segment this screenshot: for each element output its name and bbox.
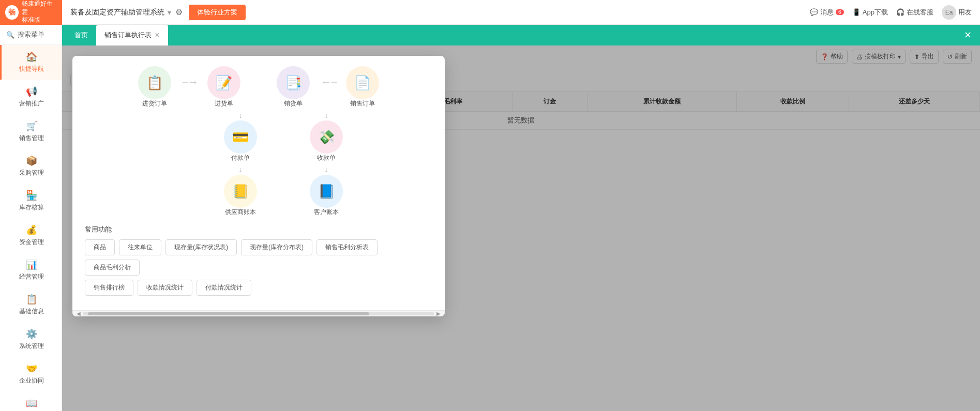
supplier-account-label: 供应商账本 [225, 208, 256, 217]
func-btn-product[interactable]: 商品 [85, 239, 115, 255]
down-sale-bill: ↓ 💸 收款单 [301, 110, 351, 162]
tab-home[interactable]: 首页 [66, 25, 96, 45]
purchase-icon: 📦 [26, 155, 37, 166]
tab-close-icon[interactable]: ✕ [155, 32, 160, 39]
func-btns-row1: 商品 往来单位 现存量(库存状况表) 现存量(库存分布表) 销售毛利分析表 商品… [85, 239, 432, 276]
settings-icon[interactable]: ⚙ [175, 7, 183, 17]
sidebar-item-sales[interactable]: 🛒 销售管理 [0, 114, 62, 149]
headset-icon: 🎧 [896, 8, 904, 16]
marketing-icon: 📢 [26, 86, 37, 97]
message-item[interactable]: 💬 消息 6 [810, 8, 844, 17]
down-purchase-bill: ↓ 💳 付款单 [216, 110, 265, 162]
func-btn-sales-margin[interactable]: 销售毛利分析表 [316, 239, 378, 255]
tab-bar: 首页 销售订单执行表 ✕ ✕ [62, 25, 980, 45]
search-menu[interactable]: 🔍 搜索菜单 [0, 25, 62, 45]
main-content: 首页 销售订单执行表 ✕ ✕ ❓ 帮助 🖨 按模板打印 ▾ ⬆ [62, 25, 980, 411]
customer-account-circle: 📘 [310, 175, 343, 208]
payment-label: 付款单 [231, 154, 250, 162]
sidebar-item-finance[interactable]: 💰 资金管理 [0, 218, 62, 253]
common-functions: 常用功能 商品 往来单位 现存量(库存状况表) 现存量(库存分布表) 销售毛利分… [85, 225, 432, 296]
arrow-sale-order-to-bill: ← - - [310, 75, 346, 99]
sidebar-item-inventory[interactable]: 🏪 库存核算 [0, 184, 62, 218]
sidebar-item-label: 资金管理 [19, 238, 44, 247]
sidebar-item-label: 采购管理 [19, 169, 44, 177]
flow-node-purchase-bill[interactable]: 📝 进货单 [207, 66, 240, 108]
sidebar-item-basic-info[interactable]: 📋 基础信息 [0, 287, 62, 322]
page-area: ❓ 帮助 🖨 按模板打印 ▾ ⬆ 导出 ↺ 刷新 [62, 45, 980, 411]
avatar: Ea [942, 5, 956, 20]
sidebar-item-label: 企业协同 [19, 376, 44, 385]
scrollbar-left-arrow[interactable]: ◀ [74, 311, 83, 317]
sale-bill-circle: 📑 [277, 66, 310, 99]
trial-button[interactable]: 体验行业方案 [189, 5, 246, 20]
common-functions-title: 常用功能 [85, 225, 432, 234]
sidebar-item-purchase[interactable]: 📦 采购管理 [0, 149, 62, 184]
flow-node-sale-bill[interactable]: 📑 销货单 [277, 66, 310, 108]
system-title: 装备及固定资产辅助管理系统 ▾ [70, 8, 171, 17]
sidebar-item-label: 经营管理 [19, 272, 44, 281]
payment-circle: 💳 [224, 120, 257, 154]
purchase-order-label: 进货订单 [142, 99, 167, 108]
top-header: 畅 畅康通好生意 标准版 装备及固定资产辅助管理系统 ▾ ⚙ 体验行业方案 💬 … [0, 0, 980, 25]
down-arrow-purchase: ↓ [239, 110, 243, 120]
sidebar: 🔍 搜索菜单 🏠 快捷导航 📢 营销推广 🛒 销售管理 📦 采购管理 🏪 库存核… [0, 25, 62, 411]
finance-icon: 💰 [26, 224, 37, 236]
sale-order-circle: 📄 [346, 66, 379, 99]
arrow-purchase-to-bill: - - → [171, 75, 207, 99]
down-arrow-sale: ↓ [325, 110, 328, 120]
operations-icon: 📊 [26, 259, 37, 270]
sale-bill-label: 销货单 [284, 99, 303, 108]
sidebar-item-label: 快捷导航 [19, 65, 44, 73]
sidebar-item-label: 基础信息 [19, 307, 44, 316]
sidebar-item-label: 销售管理 [19, 134, 44, 143]
supplier-account-circle: 📒 [224, 175, 257, 208]
sidebar-item-label: 系统管理 [19, 342, 44, 351]
user-area[interactable]: Ea 用友 [942, 5, 972, 20]
flow-node-sale-order[interactable]: 📄 销售订单 [346, 66, 379, 108]
purchase-bill-label: 进货单 [215, 99, 233, 108]
func-btns-row2: 销售排行榜 收款情况统计 付款情况统计 [85, 280, 432, 296]
logo-text: 畅康通好生意 标准版 [22, 0, 57, 24]
receipt-label: 收款单 [317, 154, 336, 162]
down-payment: ↓ 📒 供应商账本 [216, 164, 265, 217]
message-icon: 💬 [810, 8, 818, 16]
logo-icon: 畅 [5, 5, 19, 20]
sidebar-item-quick-nav[interactable]: 🏠 快捷导航 [0, 45, 62, 80]
message-badge: 6 [836, 9, 844, 15]
sidebar-item-operations[interactable]: 📊 经营管理 [0, 253, 62, 287]
func-btn-sales-rank[interactable]: 销售排行榜 [85, 280, 133, 296]
down-arrow-receipt: ↓ [325, 164, 328, 175]
func-btn-partner[interactable]: 往来单位 [119, 239, 161, 255]
tab-sales-order[interactable]: 销售订单执行表 ✕ [96, 25, 168, 45]
purchase-order-circle: 📋 [138, 66, 171, 99]
online-service-item[interactable]: 🎧 在线客服 [896, 8, 933, 17]
sidebar-item-enterprise[interactable]: 🤝 企业协同 [0, 357, 62, 391]
modal-scrollbar: ◀ ▶ [72, 310, 445, 316]
func-btn-payment-stat[interactable]: 付款情况统计 [197, 280, 251, 296]
func-btn-receipt-stat[interactable]: 收款情况统计 [138, 280, 192, 296]
home-icon: 🏠 [26, 51, 37, 63]
purchase-bill-circle: 📝 [207, 66, 240, 99]
modal-box: 📋 进货订单 - - → 📝 进货 [72, 56, 445, 316]
sidebar-item-marketing[interactable]: 📢 营销推广 [0, 80, 62, 114]
enterprise-icon: 🤝 [26, 363, 37, 374]
modal-content: 📋 进货订单 - - → 📝 进货 [72, 56, 445, 310]
sidebar-item-label: 库存核算 [19, 203, 44, 212]
search-icon: 🔍 [6, 31, 14, 39]
func-btn-product-margin[interactable]: 商品毛利分析 [85, 260, 140, 276]
app-download-item[interactable]: 📱 App下载 [852, 8, 888, 17]
flow-node-purchase-order[interactable]: 📋 进货订单 [138, 66, 171, 108]
sales-icon: 🛒 [26, 120, 37, 132]
func-btn-stock-dist[interactable]: 现存量(库存分布表) [241, 239, 312, 255]
func-btn-stock-status[interactable]: 现存量(库存状况表) [165, 239, 237, 255]
down-arrow-payment: ↓ [239, 164, 243, 175]
receipt-circle: 💸 [310, 120, 343, 154]
tab-bar-close-all[interactable]: ✕ [960, 29, 976, 41]
system-icon: ⚙️ [26, 328, 37, 340]
scrollbar-right-arrow[interactable]: ▶ [434, 311, 443, 317]
inventory-icon: 🏪 [26, 190, 37, 201]
sidebar-item-guide[interactable]: 📖 新手引导 [0, 391, 62, 411]
sidebar-item-system[interactable]: ⚙️ 系统管理 [0, 322, 62, 357]
dropdown-icon[interactable]: ▾ [168, 8, 171, 17]
sale-order-label: 销售订单 [350, 99, 375, 108]
